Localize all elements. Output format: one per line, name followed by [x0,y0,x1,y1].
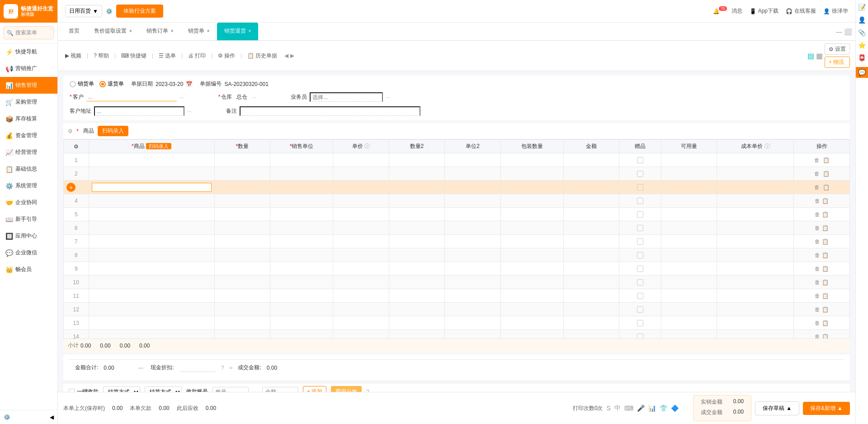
shortcuts-toolbar-item[interactable]: ⌨ 快捷键 [119,51,148,61]
collapse-icon[interactable]: ◀ [50,414,54,420]
row-2-unit[interactable] [270,167,333,181]
select-toolbar-item[interactable]: ☰ 选单 [157,51,178,61]
help-toolbar-item[interactable]: ? 帮助 [92,51,111,61]
tab-home[interactable]: 首页 [61,23,87,40]
row-3-unit[interactable] [270,181,333,194]
tab-price-settings-close[interactable]: × [129,29,132,33]
app-download-item[interactable]: 📱 App下载 [750,7,778,15]
tab-sales-order[interactable]: 销售订单 × [139,23,181,40]
sidebar-item-purchase[interactable]: 🛒 采购管理 [0,94,57,110]
search-menu-button[interactable]: 🔍 搜索菜单 [4,26,54,39]
row-2-qty2[interactable] [389,167,445,181]
fee-question-icon[interactable]: ? [366,389,369,392]
remark-input[interactable] [240,106,420,116]
row-3-product-input[interactable] [92,183,212,192]
row-1-price[interactable] [333,153,389,167]
row-3-gift-checkbox[interactable] [637,184,643,191]
user-item[interactable]: 👤 徐泽华 [823,7,848,15]
add-payment-button[interactable]: + 添加 [303,386,326,392]
prev-icon[interactable]: ◀ [284,52,288,59]
tab-sales-order-close[interactable]: × [171,29,174,33]
calendar-icon[interactable]: 📅 [186,81,193,87]
sidebar-item-enterprise[interactable]: 🤝 企业协同 [0,194,57,211]
history-toolbar-item[interactable]: 📋 历史单据 [245,51,279,61]
save-new-button[interactable]: 保存&新增 ▲ [803,402,850,415]
row-3-qty[interactable] [214,181,270,194]
sidebar-item-operations[interactable]: 📈 经营管理 [0,144,57,161]
tab-delivery[interactable]: 销货单 × [181,23,217,40]
row-3-price[interactable] [333,181,389,194]
online-support-item[interactable]: 🎧 在线客服 [786,7,816,15]
settings-button[interactable]: ⚙ 设置 [825,43,850,55]
row-2-copy-icon[interactable]: 📋 [822,170,830,178]
account-number-input[interactable] [212,387,249,392]
right-panel-item-3[interactable]: 📎 [858,29,867,36]
radio-return[interactable]: 退货单 [99,80,124,88]
discount-question-icon[interactable]: ? [221,365,224,371]
table-settings-icon[interactable]: ⚙ [68,128,73,134]
row-1-pkg-qty[interactable] [500,153,563,167]
row-1-product[interactable] [89,153,214,167]
tab-delivery-close[interactable]: × [207,29,210,33]
row-1-available[interactable] [661,153,717,167]
calc-method-select[interactable]: 结算方式 [145,386,182,392]
row-1-unit[interactable] [270,153,333,167]
sidebar-item-guide[interactable]: 📖 新手引导 [0,211,57,228]
address-input[interactable] [94,106,184,116]
row-2-gift-checkbox[interactable] [637,171,643,177]
salesperson-input[interactable] [310,92,383,102]
row-2-product[interactable] [89,167,214,181]
row-2-price[interactable] [333,167,389,181]
row-1-cost-price[interactable] [717,153,794,167]
row-2-available[interactable] [661,167,717,181]
row-3-copy-icon[interactable]: 📋 [822,183,830,191]
sidebar-item-wechat[interactable]: 💬 企业微信 [0,244,57,261]
col-settings-icon[interactable]: ⚙ [74,143,79,150]
sidebar-item-finance[interactable]: 💰 资金管理 [0,127,57,144]
industry-select[interactable]: 日用百货 ▼ [65,5,102,17]
warehouse-more-icon[interactable]: ··· [252,94,256,100]
discount-input[interactable] [179,363,216,372]
scan-input-button[interactable]: 扫码录入 [98,126,128,136]
right-panel-item-1[interactable]: 📝 [858,4,867,11]
sidebar-item-system[interactable]: ⚙️ 系统管理 [0,177,57,194]
row-2-cost-price[interactable] [717,167,794,181]
sidebar-item-apps[interactable]: 🔲 应用中心 [0,228,57,244]
list-view-icon[interactable]: ▦ [816,52,823,60]
address-more-icon[interactable]: ··· [187,108,192,114]
row-2-qty[interactable] [214,167,270,181]
right-panel-item-2[interactable]: 👤 [858,16,867,24]
payment-amount-input[interactable] [262,387,298,392]
sidebar-item-marketing[interactable]: 📢 营销推广 [0,60,57,77]
row-2-delete-icon[interactable]: 🗑 [813,170,821,178]
video-toolbar-item[interactable]: ▶ 视频 [63,51,83,61]
row-3-delete-icon[interactable]: 🗑 [813,183,821,191]
add-logistics-button[interactable]: + 物流 [825,57,850,68]
right-panel-active-item[interactable]: 💬 [856,67,868,78]
tab-sales-return[interactable]: 销货退货 × [217,23,259,40]
row-1-amount[interactable] [563,153,619,167]
row-2-unit2[interactable] [445,167,501,181]
save-draft-button[interactable]: 保存草稿 ▲ [755,401,799,415]
scan-btn-header[interactable]: 扫码录入 [146,143,171,149]
row-3-qty2[interactable] [389,181,445,194]
tab-price-settings[interactable]: 售价提取设置 × [87,23,139,40]
operate-toolbar-item[interactable]: ⚙ 操作 [216,51,237,61]
add-row-button[interactable]: + [66,183,75,192]
row-3-gift[interactable] [619,181,661,194]
row-2-gift[interactable] [619,167,661,181]
row-1-gift-checkbox[interactable] [637,157,643,163]
salesperson-more-icon[interactable]: ··· [386,94,390,100]
minimize-icon[interactable]: — [836,28,842,35]
row-1-copy-icon[interactable]: 📋 [822,156,830,164]
row-1-unit2[interactable] [445,153,501,167]
sidebar-item-member[interactable]: 👑 畅会员 [0,261,57,278]
sidebar-item-quicknav[interactable]: ⚡ 快捷导航 [0,43,57,60]
row-3-pkg-qty[interactable] [500,181,563,194]
row-1-qty2[interactable] [389,153,445,167]
customer-input[interactable] [86,93,177,101]
radio-delivery[interactable]: 销货单 [70,80,94,88]
right-panel-item-4[interactable]: ⭐ [858,42,867,49]
row-3-add-btn[interactable]: + [64,181,89,194]
one-key-payment-checkbox[interactable]: 一键收款 [69,388,99,392]
